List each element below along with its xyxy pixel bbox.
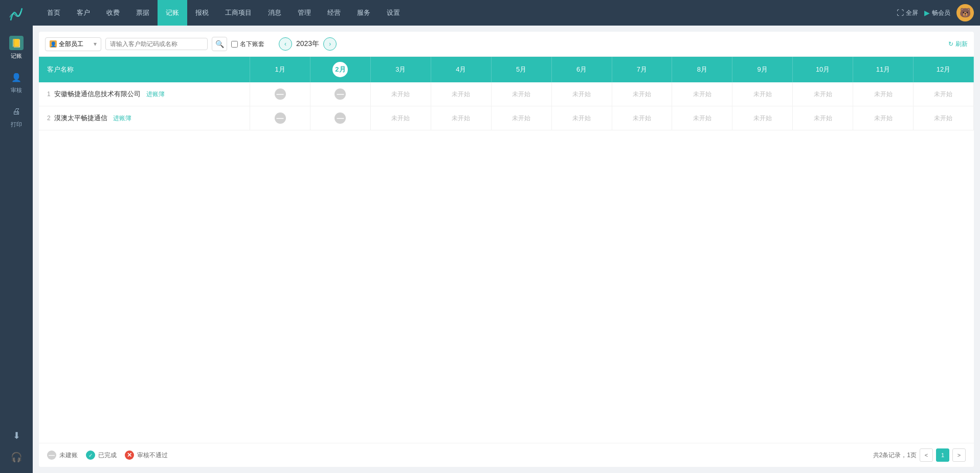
row-0-month-8: 未开始	[672, 82, 732, 106]
row-1-month-5: 未开始	[491, 106, 551, 130]
completed-icon: ✓	[86, 451, 95, 460]
row-0-entry-link[interactable]: 进账簿	[146, 91, 165, 98]
accounts-table-wrapper: 客户名称 1月 2月 3月 4月 5月 6月 7月 8月 9月	[39, 57, 974, 443]
legend-completed-label: 已完成	[98, 451, 117, 460]
status-not-built-icon: —	[275, 88, 286, 100]
vip-button[interactable]: ▶ 畅会员	[924, 9, 950, 17]
nav-management[interactable]: 管理	[289, 0, 319, 26]
table-body: 1 安徽畅捷通信息技术有限公司 进账簿 ——未开始未开始未开始未开始未开始未开始…	[39, 82, 974, 130]
legend-not-built-label: 未建账	[59, 451, 78, 460]
my-accounts-checkbox[interactable]	[231, 41, 238, 48]
row-1-month-4: 未开始	[431, 106, 491, 130]
employee-select-icon: 👤	[50, 40, 57, 48]
fullscreen-label: 全屏	[906, 9, 918, 17]
col-header-name: 客户名称	[39, 57, 250, 82]
legend-rejected: ✕ 审核不通过	[125, 451, 168, 460]
fullscreen-button[interactable]: ⛶ 全屏	[897, 9, 918, 17]
nav-settings[interactable]: 设置	[378, 0, 408, 26]
status-not-started: 未开始	[814, 115, 832, 122]
nav-customer[interactable]: 客户	[69, 0, 98, 26]
row-0-name-cell: 1 安徽畅捷通信息技术有限公司 进账簿	[39, 82, 250, 106]
main-content: 首页 客户 收费 票据 记账 报税 工商项目 消息 管理 经营 服务 设置 ⛶ …	[33, 0, 980, 473]
row-1-num: 2	[47, 115, 51, 122]
row-1-month-1: —	[250, 106, 310, 130]
col-header-m7: 7月	[612, 57, 672, 82]
nav-home[interactable]: 首页	[39, 0, 69, 26]
refresh-button[interactable]: ↻ 刷新	[948, 40, 968, 49]
row-1-entry-link[interactable]: 进账簿	[113, 115, 131, 122]
download-icon: ⬇	[13, 430, 20, 441]
nav-operation[interactable]: 经营	[319, 0, 349, 26]
status-not-started: 未开始	[693, 115, 711, 122]
nav-business[interactable]: 工商项目	[217, 0, 260, 26]
page-next-button[interactable]: >	[952, 448, 966, 462]
sidebar-item-accounting[interactable]: 📒 记账	[0, 31, 33, 65]
row-0-month-2: —	[310, 82, 371, 106]
vip-label: 畅会员	[932, 9, 950, 17]
chevron-down-icon: ▾	[94, 40, 97, 48]
sidebar-item-download[interactable]: ⬇	[0, 426, 33, 445]
status-not-started: 未开始	[452, 115, 470, 122]
status-not-started: 未开始	[934, 91, 952, 98]
my-accounts-label: 名下账套	[240, 40, 264, 49]
employee-select[interactable]: 👤 全部员工 ▾	[45, 37, 101, 51]
status-not-started: 未开始	[391, 91, 410, 98]
row-0-month-6: 未开始	[551, 82, 612, 106]
row-0-month-11: 未开始	[853, 82, 914, 106]
nav-tax[interactable]: 报税	[187, 0, 217, 26]
row-1-month-8: 未开始	[672, 106, 732, 130]
nav-message[interactable]: 消息	[260, 0, 289, 26]
nav-accounting[interactable]: 记账	[158, 0, 187, 26]
col-header-m6: 6月	[551, 57, 612, 82]
page-prev-button[interactable]: <	[920, 448, 933, 462]
nav-invoice[interactable]: 票据	[128, 0, 158, 26]
col-header-m11: 11月	[853, 57, 914, 82]
current-month-circle: 2月	[332, 62, 348, 77]
col-header-m10: 10月	[793, 57, 853, 82]
nav-service[interactable]: 服务	[349, 0, 378, 26]
status-not-started: 未开始	[452, 91, 470, 98]
col-header-m2: 2月	[310, 57, 371, 82]
row-0-month-7: 未开始	[612, 82, 672, 106]
status-not-started: 未开始	[633, 115, 651, 122]
row-0-customer-name: 安徽畅捷通信息技术有限公司	[54, 90, 141, 98]
status-not-started: 未开始	[512, 91, 530, 98]
year-navigation: ‹ 2023年 ›	[279, 37, 337, 51]
nav-billing[interactable]: 收费	[98, 0, 128, 26]
year-next-button[interactable]: ›	[323, 37, 337, 51]
status-not-started: 未开始	[391, 115, 410, 122]
status-not-started: 未开始	[814, 91, 832, 98]
accounting-icon: 📒	[9, 36, 24, 50]
refresh-icon: ↻	[948, 40, 953, 48]
row-0-month-1: —	[250, 82, 310, 106]
col-header-m8: 8月	[672, 57, 732, 82]
status-not-started: 未开始	[753, 91, 772, 98]
page-current-button[interactable]: 1	[936, 448, 949, 462]
status-not-started: 未开始	[633, 91, 651, 98]
row-1-month-11: 未开始	[853, 106, 914, 130]
search-icon: 🔍	[215, 40, 224, 48]
main-card: 👤 全部员工 ▾ 🔍 名下账套 ‹ 2023年 ›	[39, 32, 974, 467]
search-input[interactable]	[105, 38, 208, 50]
table-header: 客户名称 1月 2月 3月 4月 5月 6月 7月 8月 9月	[39, 57, 974, 82]
not-built-icon: —	[47, 451, 56, 460]
vip-icon: ▶	[924, 9, 930, 17]
col-header-m3: 3月	[370, 57, 431, 82]
sidebar-item-headset[interactable]: 🎧	[0, 447, 33, 467]
sidebar-bottom: ⬇ 🎧	[0, 426, 33, 473]
pagination: 共2条记录，1页 < 1 >	[873, 448, 966, 462]
page-content: 👤 全部员工 ▾ 🔍 名下账套 ‹ 2023年 ›	[33, 26, 980, 473]
sidebar: 📒 记账 👤 审核 🖨 打印 ⬇ 🎧	[0, 0, 33, 473]
row-1-month-12: 未开始	[913, 106, 973, 130]
row-1-customer-name: 漠澳太平畅捷通信	[54, 114, 107, 122]
sidebar-item-print[interactable]: 🖨 打印	[0, 99, 33, 133]
row-0-month-3: 未开始	[370, 82, 431, 106]
avatar[interactable]: 🐻	[956, 4, 974, 21]
year-prev-button[interactable]: ‹	[279, 37, 292, 51]
row-0-month-10: 未开始	[793, 82, 853, 106]
search-button[interactable]: 🔍	[212, 37, 227, 51]
my-accounts-checkbox-label[interactable]: 名下账套	[231, 40, 264, 49]
status-not-built-icon: —	[275, 112, 286, 124]
sidebar-item-review[interactable]: 👤 审核	[0, 65, 33, 99]
table-row: 2 漠澳太平畅捷通信 进账簿 ——未开始未开始未开始未开始未开始未开始未开始未开…	[39, 106, 974, 130]
